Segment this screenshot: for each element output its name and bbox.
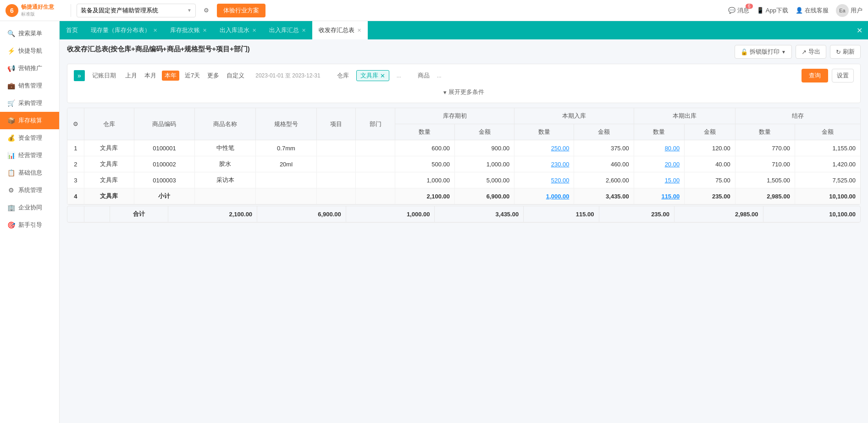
subtotal-out-amount: 235.00 <box>685 188 735 204</box>
print-btn[interactable]: 🔓 拆锁版打印 ▼ <box>735 45 792 59</box>
tab-inventory-dist-label: 现存量（库存分布表） <box>91 26 150 34</box>
sidebar-item-enterprise[interactable]: 🏢 企业协同 <box>0 199 59 216</box>
sidebar-label-finance: 资金管理 <box>18 134 42 142</box>
total-out-amount: 235.00 <box>599 206 674 222</box>
row2-product-name: 胶水 <box>195 156 256 172</box>
warehouse-tag-close[interactable]: ✕ <box>380 72 385 79</box>
sidebar: 🔍 搜索菜单 ⚡ 快捷导航 📢 营销推广 💼 销售管理 🛒 采购管理 📦 库存核… <box>0 21 60 423</box>
row2-warehouse: 文具库 <box>84 156 134 172</box>
tab-close-all[interactable]: ✕ <box>851 26 868 35</box>
message-btn[interactable]: 💬 消息 6 <box>728 6 749 15</box>
row2-opening-qty: 500.00 <box>395 156 454 172</box>
total-balance-amount: 10,100.00 <box>763 206 860 222</box>
th-settings: ⚙ <box>67 108 84 140</box>
th-balance: 结存 <box>735 108 860 124</box>
date-opt-custom[interactable]: 自定义 <box>225 71 246 81</box>
subtotal-opening-qty: 2,100.00 <box>395 188 454 204</box>
tab-receive-send-close[interactable]: ✕ <box>357 27 361 33</box>
row2-in-qty-link[interactable]: 230.00 <box>551 161 569 168</box>
tab-inventory-dist-close[interactable]: ✕ <box>153 27 157 33</box>
sidebar-item-basic[interactable]: 📋 基础信息 <box>0 164 59 181</box>
row1-product-code: 0100001 <box>134 140 195 156</box>
row3-in-qty[interactable]: 520.00 <box>514 172 574 188</box>
row1-out-qty[interactable]: 80.00 <box>634 140 685 156</box>
date-opt-this-year[interactable]: 本年 <box>162 71 179 81</box>
subtotal-out-qty-link[interactable]: 115.00 <box>661 193 680 200</box>
row2-in-amount: 460.00 <box>574 156 634 172</box>
subtotal-balance-amount: 10,100.00 <box>795 188 860 204</box>
warehouse-more[interactable]: ... <box>397 72 401 79</box>
sidebar-item-system[interactable]: ⚙ 系统管理 <box>0 181 59 199</box>
tab-batch[interactable]: 库存批次账 ✕ <box>164 21 213 39</box>
row3-in-qty-link[interactable]: 520.00 <box>551 177 569 184</box>
sidebar-item-finance[interactable]: 💰 资金管理 <box>0 129 59 147</box>
row1-in-qty-link[interactable]: 250.00 <box>551 145 569 152</box>
row1-out-qty-link[interactable]: 80.00 <box>665 145 680 152</box>
sidebar-label-enterprise: 企业协同 <box>18 203 42 212</box>
subtotal-in-amount: 3,435.00 <box>574 188 634 204</box>
sidebar-item-sales[interactable]: 💼 销售管理 <box>0 77 59 94</box>
settings-gear-icon[interactable]: ⚙ <box>199 4 213 17</box>
row2-in-qty[interactable]: 230.00 <box>514 156 574 172</box>
row3-out-qty-link[interactable]: 15.00 <box>665 177 680 184</box>
date-opt-7days[interactable]: 近7天 <box>183 71 202 81</box>
tab-inventory-dist[interactable]: 现存量（库存分布表） ✕ <box>84 21 164 39</box>
sidebar-item-marketing[interactable]: 📢 营销推广 <box>0 60 59 77</box>
row1-in-qty[interactable]: 250.00 <box>514 140 574 156</box>
sidebar-label-marketing: 营销推广 <box>18 64 42 72</box>
app-download-btn[interactable]: 📱 App下载 <box>757 6 788 15</box>
th-opening-qty: 数量 <box>395 124 454 140</box>
system-dropdown[interactable]: 装备及固定资产辅助管理系统 ▼ <box>77 4 196 17</box>
trial-button[interactable]: 体验行业方案 <box>217 4 265 17</box>
subtotal-row: 4 文具库 小计 2,100.00 6,900.00 1,000.00 3,43… <box>67 188 860 204</box>
query-button[interactable]: 查询 <box>802 69 828 82</box>
refresh-btn[interactable]: ↻ 刷新 <box>830 45 861 59</box>
expand-icon: ▾ <box>443 89 447 96</box>
row2-opening-amount: 1,000.00 <box>455 156 514 172</box>
sidebar-item-guide[interactable]: 🎯 新手引导 <box>0 216 59 234</box>
row1-warehouse: 文具库 <box>84 140 134 156</box>
date-opt-prev-month[interactable]: 上月 <box>123 71 139 81</box>
filter-expand-btn[interactable]: » <box>74 70 85 81</box>
sidebar-item-purchase[interactable]: 🛒 采购管理 <box>0 94 59 112</box>
row3-out-qty[interactable]: 15.00 <box>634 172 685 188</box>
product-label: 商品 <box>418 72 430 79</box>
th-in-amount: 金额 <box>574 124 634 140</box>
tab-in-out-summary[interactable]: 出入库汇总 ✕ <box>263 21 312 39</box>
subtotal-in-qty-link[interactable]: 1,000.00 <box>546 193 569 200</box>
tab-in-out-flow[interactable]: 出入库流水 ✕ <box>213 21 263 39</box>
date-opt-this-month[interactable]: 本月 <box>143 71 158 81</box>
sidebar-item-operations[interactable]: 📊 经营管理 <box>0 147 59 164</box>
sidebar-item-search[interactable]: 🔍 搜索菜单 <box>0 25 59 42</box>
subtotal-in-qty[interactable]: 1,000.00 <box>514 188 574 204</box>
tab-home-label: 首页 <box>66 26 78 34</box>
operations-icon: 📊 <box>7 152 15 159</box>
tab-in-out-summary-close[interactable]: ✕ <box>302 27 306 33</box>
product-more[interactable]: ... <box>437 72 442 79</box>
sidebar-item-inventory[interactable]: 📦 库存核算 <box>0 112 59 129</box>
user-btn[interactable]: Ea 用户 <box>836 4 862 17</box>
th-product-name: 商品名称 <box>195 108 256 140</box>
tab-home[interactable]: 首页 <box>60 21 84 39</box>
settings-button[interactable]: 设置 <box>832 69 854 82</box>
row2-out-qty-link[interactable]: 20.00 <box>665 161 680 168</box>
subtotal-out-qty[interactable]: 115.00 <box>634 188 685 204</box>
tab-receive-send-label: 收发存汇总表 <box>319 26 354 34</box>
export-btn[interactable]: ↗ 导出 <box>796 45 826 59</box>
row1-department <box>356 140 395 156</box>
tab-batch-close[interactable]: ✕ <box>203 27 207 33</box>
tab-in-out-flow-close[interactable]: ✕ <box>252 27 256 33</box>
online-service-btn[interactable]: 👤 在线客服 <box>796 6 829 15</box>
date-opt-more[interactable]: 更多 <box>205 71 221 81</box>
expand-more-btn[interactable]: ▾ 展开更多条件 <box>74 86 854 98</box>
total-balance-qty: 2,985.00 <box>674 206 763 222</box>
tab-receive-send[interactable]: 收发存汇总表 ✕ <box>312 21 368 39</box>
total-out-qty: 115.00 <box>524 206 599 222</box>
sidebar-item-quick-nav[interactable]: ⚡ 快捷导航 <box>0 42 59 60</box>
total-opening-qty: 2,100.00 <box>168 206 257 222</box>
warehouse-tag[interactable]: 文具库 ✕ <box>356 70 389 81</box>
table-header-group: ⚙ 仓库 商品编码 商品名称 规格型号 项目 部门 库存期初 本期入库 本期出库… <box>67 108 860 124</box>
sidebar-label-guide: 新手引导 <box>18 221 42 229</box>
row3-opening-qty: 1,000.00 <box>395 172 454 188</box>
row2-out-qty[interactable]: 20.00 <box>634 156 685 172</box>
